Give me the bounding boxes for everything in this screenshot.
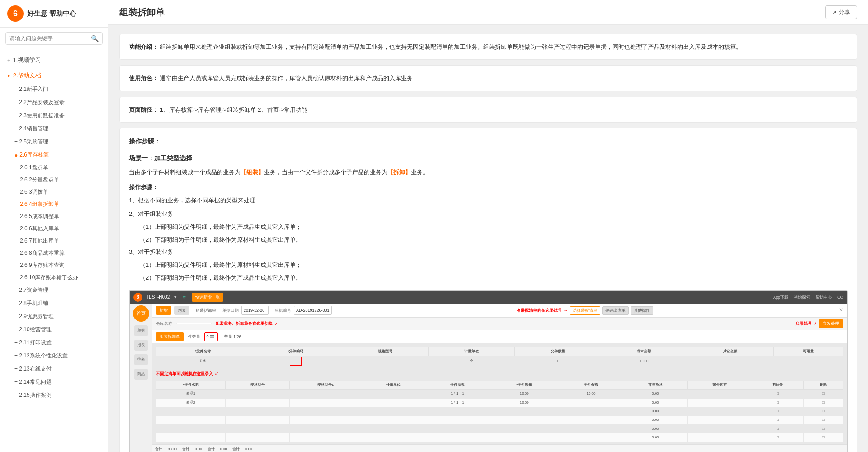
search-box[interactable]: 🔍 — [5, 32, 103, 45]
sidebar-item-2-6-4[interactable]: 2.6.4组装拆卸单 — [0, 198, 108, 210]
sim-child-qty-1[interactable]: 10.00 — [490, 390, 559, 398]
nav-section-docs: ● 2.帮助文档 + 2.1新手入门 + 2.2产品安装及登录 + 2.3使用前… — [0, 68, 108, 402]
sidebar-item-2-4[interactable]: + 2.4销售管理 — [0, 122, 108, 135]
sim-goods-icon[interactable]: 商品 — [134, 369, 148, 380]
sim-parent-table: *父件名称 *父件编码 规格型号 计量单位 父件数量 成本金额 其它金额 可用量 — [156, 347, 843, 367]
sidebar-item-2-6-8[interactable]: 2.6.8商品成本重算 — [0, 247, 108, 259]
role-label: 使用角色： — [129, 75, 158, 81]
sim-annotation1-text: 有装配清单的在这里处理 — [517, 307, 561, 314]
sim-logo: 6 — [133, 293, 142, 302]
sidebar-item-2-6-3[interactable]: 2.6.3调拨单 — [0, 186, 108, 198]
sim-user: CC — [837, 294, 843, 301]
step3-sub2: （2）下部明细为子件明细，最终作为产成品生成其它入库单。 — [129, 272, 848, 283]
sim-select-bom-btn[interactable]: 选择装配清单 — [570, 306, 600, 315]
sim-new-order-btn[interactable]: 快速新增一张 — [192, 293, 223, 302]
sidebar-item-2-13[interactable]: + 2.13在线支付 — [0, 362, 108, 376]
sim-th-child-name: *子件名称 — [156, 381, 226, 389]
sim-tab-list[interactable]: 列表 — [174, 306, 189, 315]
sidebar-item-2-1[interactable]: + 2.1新手入门 — [0, 83, 108, 96]
app-title: 好生意 帮助中心 — [27, 10, 76, 18]
page-title: 组装拆卸单 — [119, 6, 165, 19]
sim-warehouse-input[interactable] — [176, 323, 212, 324]
sim-contact-icon[interactable]: 往来 — [134, 354, 148, 365]
sidebar-item-2-6-10[interactable]: 2.6.10库存账本错了么办 — [0, 271, 108, 284]
sim-total-val3: 0.00 — [220, 446, 227, 452]
sim-annotation4-arrow: ↙ — [215, 370, 218, 378]
sim-sync-icon: ⟳ — [183, 294, 186, 301]
sim-topbar: 6 TEST-H002 ▼ ⟳ 快速新增一张 App下载 初始探索 帮助中心 C… — [130, 291, 847, 304]
sim-tab-new[interactable]: 新增 — [156, 306, 171, 315]
sim-doc-icon[interactable]: 单据 — [134, 325, 148, 336]
sim-left-sidebar: 首页 单据 报表 往来 商品 — [130, 304, 152, 452]
sim-assembly-label: 组装拆卸单 — [156, 332, 184, 341]
sim-child-name-2[interactable]: 商品2 — [156, 398, 226, 407]
sidebar-header: 6 好生意 帮助中心 — [0, 0, 108, 28]
search-input[interactable] — [9, 35, 91, 42]
sidebar-item-2-6-6[interactable]: 2.6.6其他入库单 — [0, 223, 108, 235]
scenario1-desc: 当由多个子件材料组装成一个成品的业务为【组装】业务，当由一个父件拆分成多个子产品… — [129, 167, 848, 177]
sidebar-item-2-11[interactable]: + 2.11打印设置 — [0, 336, 108, 349]
sim-child-qty-2[interactable]: 10.00 — [490, 398, 559, 407]
sim-parent-qty[interactable]: 1 — [514, 356, 601, 366]
sim-th-other: 其它金额 — [687, 347, 774, 356]
sim-quantity-input[interactable]: 0.00 — [204, 332, 218, 341]
sim-right-area: 新增 列表 组装拆卸单 单据日期 2019-12-26 单据编号 AD-2019… — [152, 304, 847, 452]
sidebar-item-video[interactable]: + 1.视频学习 — [0, 53, 108, 67]
sim-process-btn[interactable]: 立发处理 — [819, 319, 843, 328]
sim-annotation4-text: 不固定清单可以随机在这里录入 — [156, 370, 213, 377]
sidebar-item-2-5[interactable]: + 2.5采购管理 — [0, 135, 108, 148]
sidebar-item-2-3[interactable]: + 2.3使用前数据准备 — [0, 109, 108, 122]
sidebar-item-2-6-9[interactable]: 2.6.9库存账本查询 — [0, 259, 108, 271]
sim-child-name-1[interactable]: 商品1 — [156, 390, 226, 398]
sim-sub-header: 仓库名称 组装业务、拆卸业务在这里切换 ↙ 启用处理 ↗ — [152, 318, 847, 330]
sim-doc-type-label: 组装拆卸单 — [196, 307, 216, 314]
share-button[interactable]: ↗ 分享 — [825, 5, 857, 19]
plus-icon: + — [14, 138, 19, 145]
step2-sub1: （1）上部明细为父件明细，最终作为产成品生成其它入库单； — [129, 222, 848, 232]
sidebar-item-2-14[interactable]: + 2.14常见问题 — [0, 376, 108, 389]
sidebar-item-2-6-7[interactable]: 2.6.7其他出库单 — [0, 235, 108, 247]
sidebar-item-2-10[interactable]: + 2.10经营管理 — [0, 323, 108, 336]
nav-2-6-items: 2.6.1盘点单 2.6.2分量盘点单 2.6.3调拨单 2.6.4组装拆卸单 … — [0, 162, 108, 284]
sim-other-btn[interactable]: 其他操作 — [631, 306, 653, 315]
sim-bottom-bar: 合计 88.00 合计 0.00 合计 0.00 合计 0.00 — [152, 444, 847, 452]
sim-home-icon[interactable]: 首页 — [133, 305, 149, 322]
sidebar-item-2-7[interactable]: + 2.7资金管理 — [0, 284, 108, 297]
sim-annotation2-arrow: ↙ — [274, 320, 278, 327]
sidebar-item-2-2[interactable]: + 2.2产品安装及登录 — [0, 96, 108, 109]
sim-th-child-spec1: 规格型号 — [226, 381, 290, 389]
sim-th-child-amt: 子件金额 — [559, 381, 623, 389]
sidebar-item-2-6[interactable]: ● 2.6库存核算 — [0, 148, 108, 162]
topbar: 组装拆卸单 ↗ 分享 — [108, 0, 868, 25]
sim-parent-cost: 10.00 — [601, 356, 687, 366]
sidebar-item-2-12[interactable]: + 2.12系统个性化设置 — [0, 349, 108, 362]
docs-subsections: + 2.1新手入门 + 2.2产品安装及登录 + 2.3使用前数据准备 + 2.… — [0, 83, 108, 402]
sidebar-item-2-8[interactable]: + 2.8手机旺铺 — [0, 297, 108, 310]
sim-report-icon[interactable]: 报表 — [134, 340, 148, 351]
sim-parent-name[interactable]: 关水 — [156, 356, 249, 366]
sim-count-label: 数量 1/26 — [224, 333, 241, 340]
search-icon[interactable]: 🔍 — [91, 35, 99, 42]
sidebar-item-2-9[interactable]: + 2.9优惠券管理 — [0, 310, 108, 323]
sim-app-body: 首页 单据 报表 往来 商品 新增 列表 组装拆卸 — [130, 304, 847, 452]
sidebar-item-2-6-5[interactable]: 2.6.5成本调整单 — [0, 210, 108, 223]
sim-th-child-qty: *子件数量 — [490, 381, 559, 389]
sim-close-icon[interactable]: ✕ — [839, 305, 843, 315]
sidebar-item-2-15[interactable]: + 2.15操作案例 — [0, 389, 108, 402]
sim-child-table: *子件名称 规格型号 规格型号1 计量单位 子件系数 *子件数量 子件金额 零售… — [156, 381, 843, 442]
sim-create-outbound-btn[interactable]: 创建出库单 — [602, 306, 629, 315]
sim-annotation2-text: 组装业务、拆卸业务在这里切换 — [216, 320, 273, 327]
sidebar-item-docs-label: 2.帮助文档 — [13, 71, 42, 80]
step3-sub1: （1）上部明细为父件明细，最终作为原材料生成其它出库单； — [129, 260, 848, 270]
sim-parent-code[interactable] — [249, 356, 342, 366]
sim-date-label: 单据日期 — [222, 307, 239, 314]
sidebar-item-2-6-1[interactable]: 2.6.1盘点单 — [0, 162, 108, 174]
sim-date-input[interactable]: 2019-12-26 — [241, 306, 269, 315]
sim-code-input[interactable]: AD-20191226-001 — [294, 306, 332, 315]
sim-total-label4: 合计 — [232, 446, 240, 452]
sim-warehouse-label: 仓库名称 — [156, 320, 172, 327]
sidebar-item-docs[interactable]: ● 2.帮助文档 — [0, 68, 108, 83]
ops-heading: 操作步骤： — [129, 136, 848, 147]
sim-annotation-area1: 有装配清单的在这里处理 → 选择装配清单 创建出库单 其他操作 — [517, 306, 653, 315]
sidebar-item-2-6-2[interactable]: 2.6.2分量盘点单 — [0, 174, 108, 186]
